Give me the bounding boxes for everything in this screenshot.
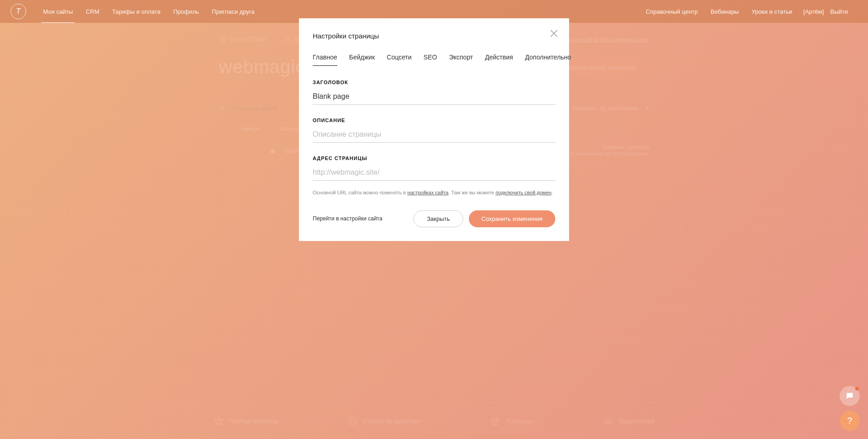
help-widget[interactable]: ? [840,411,860,431]
tab-social[interactable]: Соцсети [387,54,412,66]
tab-main[interactable]: Главное [313,54,337,66]
tab-actions[interactable]: Действия [485,54,513,66]
question-icon: ? [847,416,852,426]
description-field-label: ОПИСАНИЕ [313,118,555,123]
chat-icon [845,391,854,401]
connect-domain-link[interactable]: подключить свой домен [495,190,551,195]
url-prefix: http://webmagic.site/ [313,166,555,181]
description-input[interactable] [313,128,555,143]
site-settings-link[interactable]: настройках сайта [407,190,449,195]
url-field-label: АДРЕС СТРАНИЦЫ [313,155,555,161]
modal-backdrop[interactable]: Настройки страницы Главное Бейджик Соцсе… [0,0,868,439]
close-button[interactable]: Закрыть [413,210,463,227]
url-hint: Основной URL сайта можно поменять в наст… [313,189,555,197]
modal-close-button[interactable] [549,28,559,38]
tab-seo[interactable]: SEO [423,54,437,66]
chat-widget[interactable] [840,386,860,406]
title-field-label: ЗАГОЛОВОК [313,80,555,85]
save-button[interactable]: Сохранить изменения [469,210,556,227]
close-icon [549,28,559,38]
modal-tabs: Главное Бейджик Соцсети SEO Экспорт Дейс… [313,54,555,66]
goto-site-settings-link[interactable]: Перейти в настройки сайта [313,215,382,222]
page-settings-modal: Настройки страницы Главное Бейджик Соцсе… [299,18,569,241]
tab-export[interactable]: Экспорт [449,54,473,66]
modal-title: Настройки страницы [313,32,555,40]
tab-badge[interactable]: Бейджик [349,54,375,66]
tab-more[interactable]: Дополнительно [525,54,571,66]
title-input[interactable] [313,90,555,105]
